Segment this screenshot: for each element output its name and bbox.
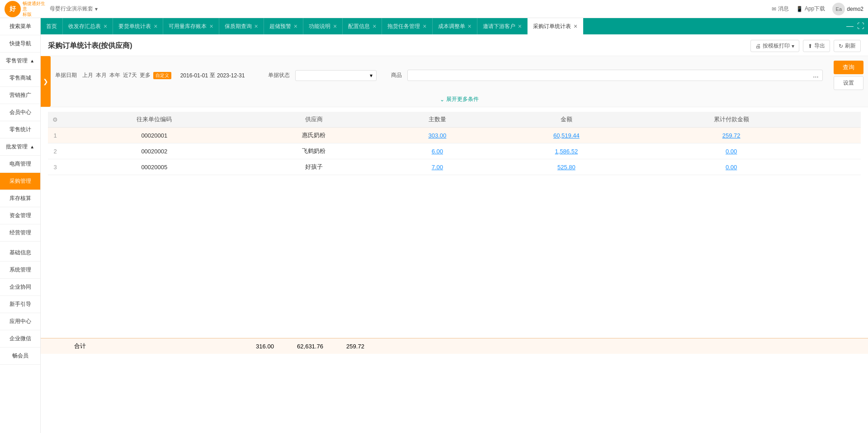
table-footer: 合计 316.00 62,631.76 259.72 <box>41 338 868 354</box>
content-spacer <box>41 180 868 338</box>
tab-close-gongneng[interactable]: × <box>333 23 337 30</box>
shortcut-this-year[interactable]: 本年 <box>109 71 120 79</box>
app-download-btn[interactable]: 📱 App下载 <box>796 5 825 13</box>
sidebar-item-ecommerce[interactable]: 电商管理 <box>0 156 40 173</box>
settings-button[interactable]: 设置 <box>834 76 863 90</box>
sidebar-item-wechat[interactable]: 企业微信 <box>0 330 40 347</box>
top-bar-right: ✉ 消息 📱 App下载 Ea demo2 <box>772 3 863 15</box>
sidebar-item-system[interactable]: 系统管理 <box>0 262 40 279</box>
data-table: ⚙ 往来单位编码 供应商 主数量 金额 累计付款金额 <box>48 112 861 175</box>
sidebar-item-finance[interactable]: 资金管理 <box>0 207 40 224</box>
tab-yaohuo[interactable]: 要货单统计表× <box>113 18 163 34</box>
th-qty: 主数量 <box>381 112 493 128</box>
sidebar-item-retail[interactable]: 零售管理 ▲ <box>0 52 40 70</box>
expand-more-btn[interactable]: ⌄ 展开更多条件 <box>440 95 479 103</box>
tab-close-yaoqing[interactable]: × <box>518 23 522 30</box>
sidebar-item-marketing[interactable]: 营销推广 <box>0 87 40 104</box>
sidebar-item-wholesale[interactable]: 批发管理 ▲ <box>0 138 40 156</box>
sidebar-item-inventory[interactable]: 库存核算 <box>0 190 40 207</box>
tab-maximize-btn[interactable]: ⛶ <box>857 22 864 30</box>
goods-filter-label: 商品 <box>391 71 402 79</box>
tab-close-tuohuo[interactable]: × <box>423 23 426 30</box>
sidebar: 搜索菜单 快捷导航 零售管理 ▲ 零售商城 营销推广 会员中心 零售统计 批发管… <box>0 18 41 433</box>
workspace-select[interactable]: 母婴行业演示账套 ▾ <box>50 5 99 13</box>
status-filter-label: 单据状态 <box>268 71 290 79</box>
tab-close-yaohuo[interactable]: × <box>154 23 157 30</box>
sidebar-item-appcenter[interactable]: 应用中心 <box>0 313 40 330</box>
tab-bar-actions: — ⛶ <box>843 22 868 30</box>
tab-chaochuyujing[interactable]: 超储预警× <box>264 18 303 34</box>
td-num: 1 <box>48 128 62 143</box>
shortcut-more[interactable]: 更多 <box>140 71 151 79</box>
sidebar-item-member[interactable]: 会员中心 <box>0 104 40 121</box>
printer-icon: 🖨 <box>755 43 761 49</box>
sidebar-item-purchase[interactable]: 采购管理 <box>0 173 40 190</box>
table-row: 1 00020001 惠氏奶粉 303.00 60,519.44 259.72 <box>48 128 861 143</box>
refresh-button[interactable]: ↻ 刷新 <box>834 40 861 52</box>
tab-close-chaochuyujing[interactable]: × <box>294 23 297 30</box>
tab-gongneng[interactable]: 功能说明× <box>303 18 343 34</box>
footer-qty-val: 316.00 <box>242 343 288 350</box>
tab-close-keyongliang[interactable]: × <box>209 23 213 30</box>
tab-caigou[interactable]: 采购订单统计表× <box>528 18 583 34</box>
tab-close-shoufa[interactable]: × <box>104 23 107 30</box>
sidebar-item-retail-mall[interactable]: 零售商城 <box>0 70 40 87</box>
tab-keyongliang[interactable]: 可用量库存账本× <box>163 18 219 34</box>
column-settings-icon[interactable]: ⚙ <box>52 116 58 123</box>
tab-close-baozhiqi[interactable]: × <box>255 23 258 30</box>
sidebar-item-vip[interactable]: 畅会员 <box>0 347 40 365</box>
sidebar-item-retail-stats[interactable]: 零售统计 <box>0 121 40 138</box>
tab-close-chengben[interactable]: × <box>468 23 472 30</box>
td-extra <box>823 128 861 143</box>
tab-minimize-btn[interactable]: — <box>846 22 854 30</box>
sidebar-item-search[interactable]: 搜索菜单 <box>0 18 40 35</box>
tab-tuohuo[interactable]: 拖货任务管理× <box>382 18 432 34</box>
export-button[interactable]: ⬆ 导出 <box>803 40 830 52</box>
sidebar-item-operations[interactable]: 经营管理 <box>0 224 40 242</box>
page-content: 采购订单统计表(按供应商) 🖨 按模板打印 ▾ ⬆ 导出 ↻ <box>41 34 868 433</box>
custom-badge: 自定义 <box>153 72 171 79</box>
th-paid: 累计付款金额 <box>639 112 823 128</box>
goods-input[interactable]: … <box>407 70 823 81</box>
status-select[interactable]: ▾ <box>295 70 377 81</box>
date-shortcuts: 上月 本月 本年 近7天 更多 自定义 <box>82 71 171 79</box>
filter-container: ❯ 单据日期 上月 本月 本年 近7天 更多 自定义 <box>41 56 868 107</box>
tab-peizhi[interactable]: 配置信息× <box>343 18 382 34</box>
td-extra <box>823 159 861 175</box>
shortcut-this-month[interactable]: 本月 <box>96 71 107 79</box>
tab-yaoqing[interactable]: 邀请下游客户× <box>477 18 528 34</box>
td-paid: 0.00 <box>639 159 823 175</box>
expand-arrow: ▲ <box>30 58 34 63</box>
sidebar-item-guide[interactable]: 新手引导 <box>0 296 40 313</box>
shortcut-last-month[interactable]: 上月 <box>82 71 93 79</box>
tab-baozhiqi[interactable]: 保质期查询× <box>219 18 264 34</box>
tab-chengben[interactable]: 成本调整单× <box>433 18 477 34</box>
refresh-icon: ↻ <box>839 43 843 49</box>
tab-close-caigou[interactable]: × <box>574 23 577 30</box>
sidebar-item-enterprise[interactable]: 企业协同 <box>0 279 40 296</box>
tab-close-peizhi[interactable]: × <box>373 23 376 30</box>
td-supplier: 惠氏奶粉 <box>246 128 382 143</box>
ellipsis-icon: … <box>813 72 819 79</box>
table-row: 2 00020002 飞鹤奶粉 6.00 1,586.52 0.00 <box>48 143 861 159</box>
tab-shoufa[interactable]: 收发存汇总表× <box>63 18 113 34</box>
chevron-down-icon: ▾ <box>370 72 373 79</box>
tab-bar: 首页 收发存汇总表× 要货单统计表× 可用量库存账本× 保质期查询× 超储预警×… <box>41 18 868 34</box>
page-title: 采购订单统计表(按供应商) <box>48 41 132 51</box>
query-button[interactable]: 查询 <box>834 61 863 74</box>
logo-area: 好 畅捷通好生意 标版 <box>5 1 45 17</box>
footer-paid-val: 259.72 <box>333 343 378 350</box>
tab-home[interactable]: 首页 <box>41 18 63 34</box>
shortcut-7days[interactable]: 近7天 <box>123 71 137 79</box>
user-area[interactable]: Ea demo2 <box>832 3 863 15</box>
sidebar-item-base[interactable]: 基础信息 <box>0 244 40 262</box>
th-supplier: 供应商 <box>246 112 382 128</box>
message-btn[interactable]: ✉ 消息 <box>772 5 789 13</box>
expand-arrow2: ▲ <box>30 144 34 149</box>
sidebar-item-shortcuts[interactable]: 快捷导航 <box>0 35 40 52</box>
top-bar: 好 畅捷通好生意 标版 母婴行业演示账套 ▾ ✉ 消息 📱 App下载 Ea d… <box>0 0 868 18</box>
table-area: ⚙ 往来单位编码 供应商 主数量 金额 累计付款金额 <box>41 107 868 180</box>
filter-inner: 单据日期 上月 本月 本年 近7天 更多 自定义 2016-01-01 <box>51 56 868 107</box>
filter-toggle-btn[interactable]: ❯ <box>41 56 51 107</box>
print-button[interactable]: 🖨 按模板打印 ▾ <box>750 40 799 52</box>
